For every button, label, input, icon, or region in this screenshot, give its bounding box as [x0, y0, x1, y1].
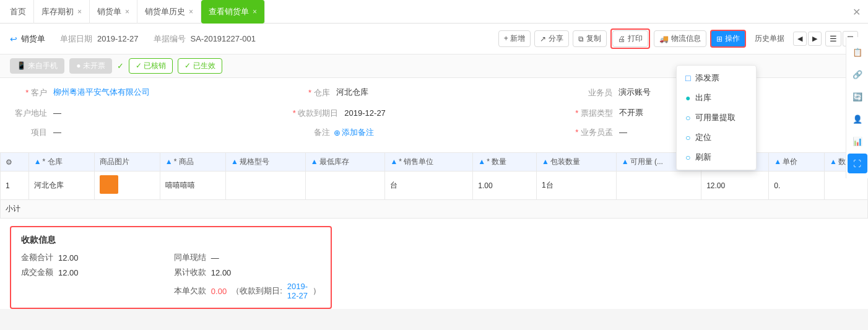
tab-sales-order[interactable]: 销货单 × — [90, 0, 137, 24]
customer-value[interactable]: 柳州粤港平安气体有限公司 — [51, 85, 152, 100]
next-arrow[interactable]: ▶ — [808, 32, 822, 46]
dropdown-available[interactable]: ○ 可用量提取 — [677, 108, 756, 128]
cell-quantity: 1.00 — [473, 172, 537, 200]
sidebar-refresh-icon[interactable]: 🔄 — [848, 87, 867, 106]
logistics-button[interactable]: 🚚 物流信息 — [654, 30, 706, 47]
operate-label: 操作 — [725, 33, 740, 44]
cell-price: 0. — [769, 172, 825, 200]
tab-sales-close[interactable]: × — [125, 7, 129, 16]
number-label: 单据编号 — [149, 33, 186, 45]
cumulative-value: 12.00 — [211, 268, 232, 277]
payment-box: 收款信息 金额合计 12.00 同单现结 — 成交金额 12.00 累计收款 1… — [10, 226, 332, 309]
col-image: 商品图片 — [94, 153, 160, 172]
col-min-stock: ▲最低库存 — [305, 153, 385, 172]
verified-btn[interactable]: ✓ 已核销 — [129, 58, 173, 74]
effective-btn[interactable]: ✓ 已生效 — [178, 58, 222, 74]
cell-min-stock — [305, 172, 385, 200]
project-value: — — [51, 126, 125, 139]
available-icon: ○ — [685, 113, 690, 123]
col-pack-qty: ▲包装数量 — [536, 153, 616, 172]
tab-sales-history[interactable]: 销货单历史 × — [137, 0, 201, 24]
no-invoice-btn[interactable]: ● 未开票 — [69, 58, 112, 74]
customer-field: 客户 柳州粤港平安气体有限公司 — [10, 85, 293, 100]
due-date-field: 收款到期日 2019-12-27 — [293, 107, 576, 119]
tab-view-sales[interactable]: 查看销货单 × — [201, 0, 265, 24]
print-highlight-border: 🖨 打印 — [610, 28, 650, 49]
col-price: ▲单价 — [769, 153, 825, 172]
effective-label: 已生效 — [193, 61, 215, 70]
tab-inventory-close[interactable]: × — [77, 7, 82, 16]
subtotal-row: 小计 — [1, 200, 868, 219]
prev-arrow[interactable]: ◀ — [793, 32, 807, 46]
check-icon: ✓ — [117, 61, 124, 71]
dropdown-outbound[interactable]: ● 出库 — [677, 88, 756, 108]
warehouse-label: 仓库 — [293, 87, 330, 98]
locate-icon: ○ — [685, 132, 690, 142]
total-row: 金额合计 12.00 — [21, 252, 159, 263]
transaction-value: 12.00 — [58, 268, 79, 277]
available-label: 可用量提取 — [695, 112, 736, 123]
arrears-value: 0.00 — [211, 287, 227, 296]
sidebar-user-icon[interactable]: 👤 — [848, 109, 867, 129]
add-note-label: 添加备注 — [342, 127, 374, 138]
from-mobile-btn[interactable]: 📱 来自手机 — [10, 58, 64, 74]
history-label: 历史单据 — [755, 33, 784, 44]
address-label: 客户地址 — [10, 108, 47, 119]
ticket-type-label: 票据类型 — [575, 108, 613, 119]
subtotal-label: 小计 — [1, 200, 868, 219]
product-image — [100, 175, 118, 194]
new-button[interactable]: + 新增 — [498, 30, 531, 47]
empty-cell — [21, 282, 159, 300]
warehouse-field: 仓库 河北仓库 — [293, 85, 576, 100]
tab-home-label: 首页 — [10, 6, 26, 17]
arrears-label: 本单欠款 — [174, 285, 206, 297]
window-close-icon[interactable]: ✕ — [853, 6, 861, 17]
transaction-label: 成交金额 — [21, 267, 53, 278]
table-row: 1 河北仓库 嘻嘻嘻嘻 台 1.00 1台 12.00 0. — [1, 172, 868, 200]
col-settings[interactable]: ⚙ — [1, 153, 29, 172]
add-note-btn[interactable]: ⊕ 添加备注 — [334, 127, 374, 138]
date-value: 2019-12-27 — [97, 34, 139, 43]
history-button[interactable]: 历史单据 — [750, 31, 789, 46]
print-button[interactable]: 🖨 打印 — [612, 30, 648, 47]
sidebar-chart-icon[interactable]: 📊 — [848, 131, 867, 151]
operate-button[interactable]: ⊞ 操作 — [710, 30, 746, 48]
tab-view-label: 查看销货单 — [209, 6, 249, 17]
add-invoice-icon: □ — [685, 73, 690, 83]
cell-spec — [225, 172, 305, 200]
same-order-label: 同单现结 — [174, 252, 206, 263]
sidebar-clipboard-icon[interactable]: 📋 — [848, 42, 867, 62]
share-icon: ↗ — [540, 35, 546, 43]
copy-button[interactable]: ⧉ 复制 — [573, 30, 607, 47]
col-quantity: ▲* 数量 — [473, 153, 537, 172]
cumulative-row: 累计收款 12.00 — [174, 267, 321, 278]
dropdown-locate[interactable]: ○ 定位 — [677, 128, 756, 147]
transaction-row: 成交金额 12.00 — [21, 267, 159, 278]
tab-inventory-init[interactable]: 库存期初 × — [34, 0, 90, 24]
dropdown-refresh[interactable]: ○ 刷新 — [677, 147, 756, 167]
refresh-label: 刷新 — [695, 152, 711, 163]
copy-label: 复制 — [586, 33, 601, 44]
dropdown-add-invoice[interactable]: □ 添发票 — [677, 68, 756, 88]
warehouse-value: 河北仓库 — [334, 85, 408, 100]
right-sidebar: 📋 🔗 🔄 👤 📊 ⛶ — [846, 37, 868, 178]
tab-history-close[interactable]: × — [189, 7, 193, 16]
plus-icon: ⊕ — [334, 128, 341, 137]
tab-sales-label: 销货单 — [97, 6, 121, 17]
logistics-label: 物流信息 — [671, 33, 701, 44]
address-field: 客户地址 — — [10, 107, 293, 119]
list-view-btn[interactable]: ☰ — [825, 31, 841, 46]
share-button[interactable]: ↗ 分享 — [534, 30, 569, 47]
salesman-label: 业务员孟 — [575, 127, 613, 138]
due-label: （收款到期日: — [232, 285, 282, 297]
mobile-icon: 📱 — [17, 61, 26, 70]
cell-available — [616, 172, 701, 200]
date-label: 单据日期 — [55, 33, 92, 45]
sidebar-expand-icon[interactable]: ⛶ — [848, 154, 867, 173]
tab-view-close[interactable]: × — [253, 7, 257, 16]
share-label: 分享 — [549, 33, 563, 44]
tab-home[interactable]: 首页 — [5, 0, 34, 24]
sidebar-link-icon[interactable]: 🔗 — [848, 64, 867, 84]
payment-grid: 金额合计 12.00 同单现结 — 成交金额 12.00 累计收款 12.00 … — [21, 252, 321, 300]
operator-label: 业务员 — [575, 87, 612, 98]
